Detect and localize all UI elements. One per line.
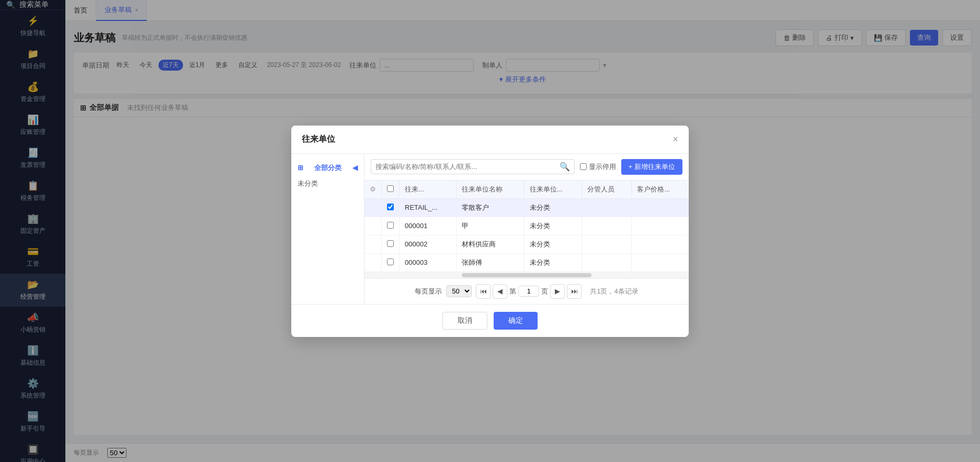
- row-check-1[interactable]: [387, 204, 394, 210]
- first-page-button[interactable]: ⏮: [476, 284, 491, 299]
- row-code: 000003: [400, 253, 457, 272]
- row-category: 未分类: [525, 235, 582, 253]
- row-settings: [364, 198, 382, 217]
- row-check-2[interactable]: [387, 222, 394, 229]
- col-manager: 分管人员: [582, 181, 632, 199]
- row-settings: [364, 235, 382, 253]
- search-input[interactable]: [375, 163, 556, 171]
- right-panel: 🔍 显示停用 + 新增往来单位 ⚙: [364, 154, 689, 304]
- row-name: 张師傅: [457, 253, 525, 272]
- category-uncategorized[interactable]: 未分类: [291, 176, 364, 191]
- dialog-title: 往来单位: [302, 134, 335, 145]
- total-info: 共1页，4条记录: [590, 287, 638, 296]
- row-checkbox: [382, 217, 400, 235]
- page-number-input[interactable]: 1: [518, 286, 539, 297]
- show-disabled-label: 显示停用: [589, 162, 616, 172]
- row-price: [632, 198, 689, 217]
- cancel-button[interactable]: 取消: [442, 312, 487, 330]
- row-manager: [582, 217, 632, 235]
- dialog-footer: 取消 确定: [291, 304, 689, 337]
- row-name: 零散客户: [457, 198, 525, 217]
- category-all-header[interactable]: ⊞ 全部分类 ◀: [291, 160, 364, 176]
- row-manager: [582, 235, 632, 253]
- right-toolbar: 🔍 显示停用 + 新增往来单位: [364, 154, 689, 181]
- table-row[interactable]: 000002 材料供应商 未分类: [364, 235, 689, 253]
- dialog-table: ⚙ 往来... 往来单位名称 往来单位... 分管人员 客户价格...: [364, 181, 689, 272]
- row-code: 000002: [400, 235, 457, 253]
- col-settings: ⚙: [364, 181, 382, 199]
- search-icon: 🔍: [560, 162, 570, 172]
- show-disabled-wrap: 显示停用: [580, 162, 616, 172]
- col-name: 往来单位名称: [457, 181, 525, 199]
- row-code: 000001: [400, 217, 457, 235]
- last-page-button[interactable]: ⏭: [567, 284, 582, 299]
- partner-dialog: 往来单位 × ⊞ 全部分类 ◀ 未分类 🔍: [291, 126, 689, 337]
- row-checkbox: [382, 235, 400, 253]
- row-checkbox: [382, 198, 400, 217]
- table-row[interactable]: RETAIL_... 零散客户 未分类: [364, 198, 689, 217]
- dialog-body: ⊞ 全部分类 ◀ 未分类 🔍 显示停用: [291, 154, 689, 304]
- per-page-select[interactable]: 50: [446, 285, 472, 297]
- row-price: [632, 217, 689, 235]
- row-name: 甲: [457, 217, 525, 235]
- select-all-checkbox[interactable]: [387, 185, 394, 192]
- row-settings: [364, 253, 382, 272]
- row-name: 材料供应商: [457, 235, 525, 253]
- grid-icon: ⊞: [298, 164, 303, 172]
- next-page-button[interactable]: ▶: [550, 284, 565, 299]
- horizontal-scrollbar[interactable]: [364, 272, 689, 278]
- row-check-4[interactable]: [387, 258, 394, 265]
- scrollbar-thumb: [462, 273, 591, 277]
- modal-overlay: 往来单位 × ⊞ 全部分类 ◀ 未分类 🔍: [0, 0, 980, 462]
- table-row[interactable]: 000001 甲 未分类: [364, 217, 689, 235]
- search-wrap: 🔍: [371, 159, 575, 174]
- row-category: 未分类: [525, 253, 582, 272]
- row-price: [632, 253, 689, 272]
- table-row[interactable]: 000003 张師傅 未分类: [364, 253, 689, 272]
- dialog-close-button[interactable]: ×: [673, 134, 678, 145]
- row-code: RETAIL_...: [400, 198, 457, 217]
- col-category: 往来单位...: [525, 181, 582, 199]
- row-category: 未分类: [525, 217, 582, 235]
- page-label: 页: [541, 287, 548, 296]
- row-check-3[interactable]: [387, 240, 394, 247]
- confirm-button[interactable]: 确定: [494, 312, 538, 330]
- prev-page-button[interactable]: ◀: [493, 284, 507, 299]
- row-price: [632, 235, 689, 253]
- pagination: 每页显示 50 ⏮ ◀ 第 1 页 ▶ ⏭ 共1页，4条记录: [364, 278, 689, 304]
- add-partner-button[interactable]: + 新增往来单位: [621, 159, 682, 175]
- collapse-icon: ◀: [352, 164, 358, 172]
- category-panel: ⊞ 全部分类 ◀ 未分类: [291, 154, 364, 304]
- col-checkbox: [382, 181, 400, 199]
- page-text: 第: [509, 287, 516, 296]
- row-category: 未分类: [525, 198, 582, 217]
- col-price: 客户价格...: [632, 181, 689, 199]
- per-page-label: 每页显示: [415, 287, 442, 296]
- table-header-row: ⚙ 往来... 往来单位名称 往来单位... 分管人员 客户价格...: [364, 181, 689, 199]
- page-nav: ⏮ ◀ 第 1 页 ▶ ⏭: [476, 284, 582, 299]
- show-disabled-checkbox[interactable]: [580, 163, 587, 170]
- row-manager: [582, 198, 632, 217]
- row-settings: [364, 217, 382, 235]
- col-code: 往来...: [400, 181, 457, 199]
- row-checkbox: [382, 253, 400, 272]
- dialog-header: 往来单位 ×: [291, 126, 689, 154]
- row-manager: [582, 253, 632, 272]
